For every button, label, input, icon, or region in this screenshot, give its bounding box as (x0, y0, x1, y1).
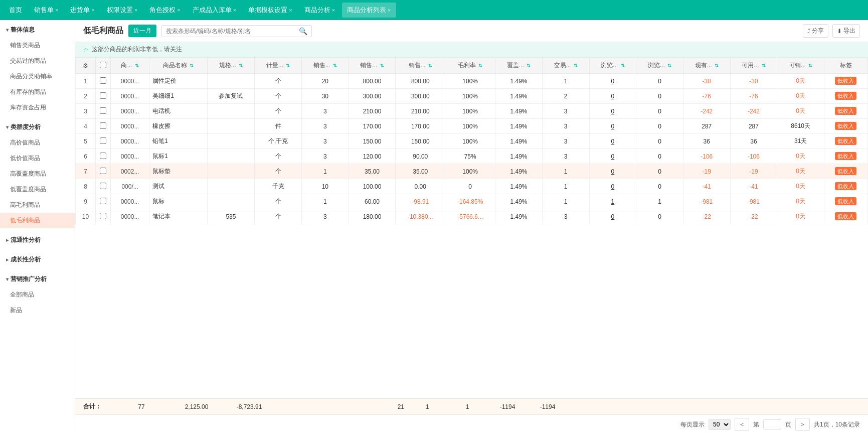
nav-product-analysis[interactable]: 商品分析 × (299, 3, 340, 18)
sidebar-item-stock-capital[interactable]: 库存资金占用 (0, 100, 75, 115)
row-select-checkbox[interactable] (100, 153, 106, 159)
row-checkbox[interactable] (96, 74, 111, 89)
sidebar-item-low-profit[interactable]: 低毛利商品 (0, 213, 75, 228)
sidebar-item-low-value[interactable]: 低价值商品 (0, 151, 75, 166)
avail-stock-col-header[interactable]: 可用... ⇅ (730, 58, 777, 74)
sidebar-item-low-coverage[interactable]: 低覆盖度商品 (0, 182, 75, 197)
browse1-col-header[interactable]: 浏览... ⇅ (589, 58, 636, 74)
row-name[interactable]: 鼠标 (149, 194, 207, 209)
sidebar-item-stock-goods[interactable]: 有库存的商品 (0, 84, 75, 100)
row-browse1[interactable]: 0 (589, 104, 636, 119)
row-browse1[interactable]: 0 (589, 119, 636, 134)
sidebar-item-high-coverage[interactable]: 高覆盖度商品 (0, 166, 75, 182)
nav-close-role[interactable]: × (177, 7, 180, 13)
prev-page-button[interactable]: ＜ (735, 418, 749, 431)
nav-close-permission[interactable]: × (134, 7, 137, 13)
row-checkbox[interactable] (96, 119, 111, 134)
sale-amt-col-header[interactable]: 销售... ⇅ (349, 58, 396, 74)
sidebar-group-cluster[interactable]: ▾ 类群度分析 (0, 119, 75, 135)
row-name[interactable]: 吴细细1 (149, 89, 207, 104)
settings-col-header[interactable]: ⚙ (76, 58, 96, 74)
row-browse1[interactable]: 0 (589, 179, 636, 194)
unit-col-header[interactable]: 计量... ⇅ (255, 58, 302, 74)
row-checkbox[interactable] (96, 134, 111, 149)
nav-permission-setting[interactable]: 权限设置 × (102, 3, 142, 18)
page-size-select[interactable]: 50 (709, 419, 731, 430)
row-browse1[interactable]: 0 (589, 89, 636, 104)
checkbox-col-header[interactable] (96, 58, 111, 74)
coverage-col-header[interactable]: 覆盖... ⇅ (495, 58, 543, 74)
sale-qty-col-header[interactable]: 销售... ⇅ (301, 58, 349, 74)
row-select-checkbox[interactable] (100, 77, 106, 84)
nav-sales-order[interactable]: 销售单 × (29, 3, 63, 18)
nav-product-analysis-list[interactable]: 商品分析列表 × (342, 3, 396, 18)
gross-rate-col-header[interactable]: 毛利率 ⇅ (445, 58, 495, 74)
nav-close-template[interactable]: × (289, 7, 292, 13)
nav-close-analysis[interactable]: × (332, 7, 335, 13)
row-checkbox[interactable] (96, 89, 111, 104)
spec-col-header[interactable]: 规格... ⇅ (207, 58, 255, 74)
sidebar-item-new-goods[interactable]: 新品 (0, 303, 75, 318)
select-all-checkbox[interactable] (100, 62, 106, 68)
nav-close-inbound[interactable]: × (233, 7, 236, 13)
nav-close-analysis-list[interactable]: × (388, 7, 391, 13)
page-number-input[interactable]: 1 (763, 419, 781, 429)
row-browse1[interactable]: 0 (589, 134, 636, 149)
row-select-checkbox[interactable] (100, 183, 106, 189)
row-name[interactable]: 电话机 (149, 104, 207, 119)
sidebar-item-high-value[interactable]: 高价值商品 (0, 135, 75, 151)
trade-count-col-header[interactable]: 交易... ⇅ (542, 58, 589, 74)
row-checkbox[interactable] (96, 104, 111, 119)
search-icon[interactable]: 🔍 (299, 27, 307, 35)
sidebar-item-category-rate[interactable]: 商品分类助销率 (0, 69, 75, 84)
nav-product-inbound[interactable]: 产成品入库单 × (188, 3, 241, 18)
nav-close-purchase[interactable]: × (91, 7, 94, 13)
row-name[interactable]: 铅笔1 (149, 134, 207, 149)
browse2-col-header[interactable]: 浏览... ⇅ (636, 58, 683, 74)
sidebar-item-traded-goods[interactable]: 交易过的商品 (0, 53, 75, 69)
sale-profit-col-header[interactable]: 销售... ⇅ (396, 58, 445, 74)
sidebar-group-overall[interactable]: ▾ 整体信息 (0, 22, 75, 38)
sidebar-group-marketing[interactable]: ▾ 营销推广分析 (0, 271, 75, 287)
row-checkbox[interactable] (96, 179, 111, 194)
export-button[interactable]: ⬇ 导出 (832, 24, 860, 38)
nav-role-auth[interactable]: 角色授权 × (144, 3, 185, 18)
row-name[interactable]: 鼠标1 (149, 149, 207, 164)
name-col-header[interactable]: 商品名称 ⇅ (149, 58, 207, 74)
row-select-checkbox[interactable] (100, 213, 106, 219)
row-name[interactable]: 橡皮擦 (149, 119, 207, 134)
sidebar-item-sale-goods[interactable]: 销售类商品 (0, 38, 75, 53)
row-name[interactable]: 笔记本 (149, 209, 207, 224)
row-select-checkbox[interactable] (100, 198, 106, 204)
sidebar-item-all-goods[interactable]: 全部商品 (0, 287, 75, 303)
nav-home[interactable]: 首页 (4, 3, 27, 18)
next-page-button[interactable]: ＞ (795, 418, 810, 431)
row-name[interactable]: 鼠标垫 (149, 164, 207, 179)
row-checkbox[interactable] (96, 149, 111, 164)
sidebar-group-growth[interactable]: ▸ 成长性分析 (0, 252, 75, 267)
search-input[interactable] (166, 28, 299, 35)
row-name[interactable]: 测试 (149, 179, 207, 194)
row-browse1[interactable]: 0 (589, 209, 636, 224)
row-checkbox[interactable] (96, 194, 111, 209)
row-select-checkbox[interactable] (100, 107, 106, 114)
row-browse1[interactable]: 1 (589, 194, 636, 209)
nav-purchase-order[interactable]: 进货单 × (65, 3, 99, 18)
row-checkbox[interactable] (96, 209, 111, 224)
row-select-checkbox[interactable] (100, 168, 106, 174)
code-col-header[interactable]: 商... ⇅ (111, 58, 149, 74)
share-button[interactable]: ⤴ 分享 (803, 24, 828, 38)
current-stock-col-header[interactable]: 现有... ⇅ (683, 58, 730, 74)
row-browse1[interactable]: 0 (589, 149, 636, 164)
row-select-checkbox[interactable] (100, 122, 106, 129)
row-browse1[interactable]: 0 (589, 164, 636, 179)
sidebar-group-circulation[interactable]: ▸ 流通性分析 (0, 232, 75, 248)
row-checkbox[interactable] (96, 164, 111, 179)
row-name[interactable]: 属性定价 (149, 74, 207, 89)
row-browse1[interactable]: 0 (589, 74, 636, 89)
sidebar-item-high-profit[interactable]: 高毛利商品 (0, 197, 75, 213)
nav-close-sales[interactable]: × (55, 7, 58, 13)
time-filter-button[interactable]: 近一月 (128, 25, 156, 37)
row-select-checkbox[interactable] (100, 92, 106, 99)
row-select-checkbox[interactable] (100, 137, 106, 144)
